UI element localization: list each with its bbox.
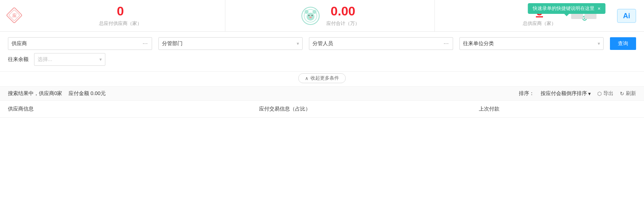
export-button[interactable]: ⬡ 导出 <box>597 90 614 97</box>
svg-point-6 <box>312 10 316 14</box>
sort-arrow: ▾ <box>588 91 591 97</box>
ai-badge[interactable]: Ai <box>617 9 636 23</box>
result-text: 搜索结果中，供应商0家 <box>8 90 62 96</box>
stat-mid-text: 0.00 应付合计（万） <box>326 4 360 27</box>
svg-point-8 <box>309 15 310 16</box>
supplier-input[interactable] <box>29 41 142 47</box>
collapse-button[interactable]: ∧ 收起更多条件 <box>298 73 346 83</box>
supplier-filter[interactable]: 供应商 ··· <box>8 37 152 50</box>
result-bar: 搜索结果中，供应商0家 应付金额 0.00元 排序： 按应付会额倒序排序 ▾ ⬡… <box>0 86 644 101</box>
stat-payable-total: 0.00 应付合计（万） <box>225 0 435 31</box>
department-label: 分管部门 <box>162 40 183 47</box>
unit-class-label: 往来单位分类 <box>463 40 494 47</box>
person-dots[interactable]: ··· <box>443 40 450 47</box>
bear-icon <box>300 6 321 26</box>
collapse-icon: ∧ <box>305 76 309 81</box>
unit-class-input[interactable] <box>496 41 598 47</box>
filter-row-2: 往来余额 选择... ▾ <box>8 53 636 66</box>
stats-bar: 应 0 总应付供应商（家） 0.00 应付合计（万） 快速录单的快捷键说明 <box>0 0 644 32</box>
total-suppliers-label: 总供应商（家） <box>523 20 556 27</box>
tooltip-text: 快速录单的快捷键说明在这里 <box>533 5 594 12</box>
query-button[interactable]: 查询 <box>610 37 636 50</box>
payable-total-label: 应付合计（万） <box>326 20 360 27</box>
sort-select[interactable]: 按应付会额倒序排序 ▾ <box>541 90 591 97</box>
export-label: 导出 <box>603 90 614 97</box>
balance-label: 往来余额 <box>8 56 29 63</box>
balance-placeholder: 选择... <box>38 56 99 63</box>
refresh-button[interactable]: ↻ 刷新 <box>620 90 636 97</box>
diamond-icon: 应 <box>6 6 23 24</box>
stat-total-suppliers: 快速录单的快捷键说明在这里 × 0 总供应商（家） Ai <box>435 0 644 31</box>
department-input[interactable] <box>185 41 297 47</box>
person-label: 分管人员 <box>312 40 333 47</box>
tooltip-close-button[interactable]: × <box>598 6 601 11</box>
sort-label: 排序： <box>519 90 534 97</box>
stat-total-payable: 应 0 总应付供应商（家） <box>0 0 225 31</box>
result-actions: 排序： 按应付会额倒序排序 ▾ ⬡ 导出 ↻ 刷新 <box>519 90 636 97</box>
sort-value: 按应付会额倒序排序 <box>541 90 587 97</box>
export-icon: ⬡ <box>597 91 602 97</box>
total-payable-label: 总应付供应商（家） <box>99 20 142 27</box>
person-filter[interactable]: 分管人员 ··· <box>309 37 453 50</box>
refresh-label: 刷新 <box>626 90 636 97</box>
collapse-bar: ∧ 收起更多条件 <box>0 72 644 86</box>
result-amount: 应付金额 0.00元 <box>69 90 106 96</box>
payable-total-number: 0.00 <box>331 4 355 18</box>
svg-point-9 <box>312 15 313 16</box>
col-transaction: 应付交易信息（占比） <box>259 105 479 112</box>
filter-bar: 供应商 ··· 分管部门 ▾ 分管人员 ··· 往来单位分类 ▾ 查询 往来余额… <box>0 32 644 72</box>
refresh-icon: ↻ <box>620 91 624 97</box>
person-input[interactable] <box>335 41 443 47</box>
svg-text:应: 应 <box>12 13 17 17</box>
table-body <box>0 118 644 204</box>
filter-row-1: 供应商 ··· 分管部门 ▾ 分管人员 ··· 往来单位分类 ▾ 查询 <box>8 37 636 50</box>
department-arrow[interactable]: ▾ <box>297 41 299 46</box>
supplier-label: 供应商 <box>11 40 27 47</box>
collapse-label: 收起更多条件 <box>311 75 339 82</box>
balance-select[interactable]: 选择... ▾ <box>34 53 105 66</box>
total-payable-number: 0 <box>117 4 124 18</box>
col-supplier: 供应商信息 <box>8 105 259 112</box>
tooltip-bubble: 快速录单的快捷键说明在这里 × <box>528 3 606 14</box>
table-header: 供应商信息 应付交易信息（占比） 上次付款 <box>0 101 644 118</box>
svg-point-5 <box>305 10 309 14</box>
col-lastpay: 上次付款 <box>479 105 636 112</box>
balance-arrow: ▾ <box>99 57 102 62</box>
unit-class-arrow[interactable]: ▾ <box>598 41 600 46</box>
supplier-dots[interactable]: ··· <box>142 40 149 47</box>
department-filter[interactable]: 分管部门 ▾ <box>158 37 303 50</box>
svg-point-10 <box>309 17 312 18</box>
result-summary: 搜索结果中，供应商0家 应付金额 0.00元 <box>8 90 519 97</box>
unit-class-filter[interactable]: 往来单位分类 ▾ <box>459 37 604 50</box>
